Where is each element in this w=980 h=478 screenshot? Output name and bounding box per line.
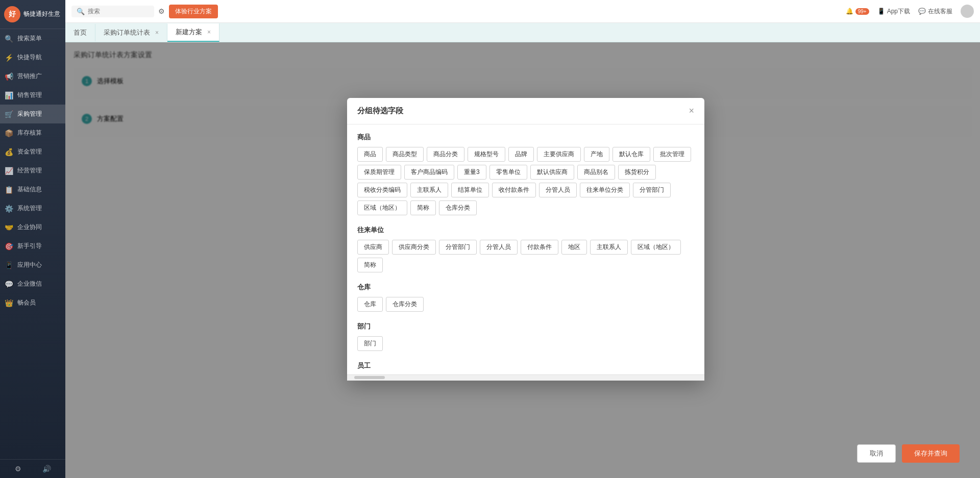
cancel-button[interactable]: 取消	[857, 444, 896, 463]
field-counterpart-category[interactable]: 往来单位分类	[580, 183, 630, 197]
field-product-category[interactable]: 商品分类	[427, 147, 464, 162]
field-region2[interactable]: 区域（地区）	[631, 240, 681, 255]
guide-icon: 🎯	[4, 242, 13, 250]
logo-icon: 好	[4, 6, 20, 22]
phone-icon: 📱	[877, 8, 885, 15]
field-manage-dept2[interactable]: 分管部门	[439, 240, 477, 255]
field-batch-manage[interactable]: 批次管理	[653, 147, 691, 162]
sidebar-item-purchase[interactable]: 🛒 采购管理	[0, 105, 65, 123]
purchase-icon: 🛒	[4, 110, 13, 118]
online-service-label: 在线客服	[928, 7, 952, 16]
search-input[interactable]	[88, 8, 149, 15]
system-icon: ⚙️	[4, 205, 13, 213]
field-quality-manage[interactable]: 保质期管理	[357, 165, 401, 180]
field-supplier[interactable]: 供应商	[357, 240, 389, 255]
section-warehouse-title: 仓库	[357, 283, 694, 292]
volume-icon[interactable]: 🔊	[42, 465, 51, 473]
field-spec-model[interactable]: 规格型号	[468, 147, 505, 162]
section-employee: 员工 业务员	[357, 361, 694, 374]
tab-purchase-stats-label: 采购订单统计表	[104, 28, 150, 37]
sidebar-item-operation[interactable]: 📈 经营管理	[0, 161, 65, 180]
member-icon: 👑	[4, 299, 13, 307]
logo-text: 畅捷通好生意	[23, 10, 60, 18]
field-product-type[interactable]: 商品类型	[386, 147, 424, 162]
modal-header: 分组待选字段 ×	[347, 98, 704, 124]
field-warehouse-category[interactable]: 仓库分类	[439, 200, 477, 215]
enterprise-icon: 🤝	[4, 223, 13, 232]
sidebar-item-system[interactable]: ⚙️ 系统管理	[0, 199, 65, 218]
sidebar-logo: 好 畅捷通好生意	[0, 0, 65, 29]
field-manage-dept[interactable]: 分管部门	[633, 183, 671, 197]
header-right: 🔔 99+ 📱 App下载 💬 在线客服	[846, 5, 974, 18]
section-counterpart: 往来单位 供应商 供应商分类 分管部门 分管人员 付款条件 地区 主联系人 区域…	[357, 225, 694, 272]
sidebar: 好 畅捷通好生意 🔍 搜索菜单 ⚡ 快捷导航 📢 营销推广 📊 销售管理 🛒 采…	[0, 0, 65, 478]
operation-icon: 📈	[4, 167, 13, 175]
field-product[interactable]: 商品	[357, 147, 383, 162]
confirm-button[interactable]: 保存并查询	[902, 444, 960, 463]
field-brand[interactable]: 品牌	[508, 147, 534, 162]
gear-icon[interactable]: ⚙	[15, 465, 21, 473]
header-search[interactable]: 🔍	[71, 6, 154, 17]
experience-btn[interactable]: 体验行业方案	[169, 5, 218, 18]
field-warehouse-cat[interactable]: 仓库分类	[386, 297, 424, 312]
sidebar-item-quick-nav[interactable]: ⚡ 快捷导航	[0, 48, 65, 67]
modal-title: 分组待选字段	[357, 106, 403, 116]
notification-item[interactable]: 🔔 99+	[846, 8, 869, 15]
hscroll-thumb	[354, 376, 385, 379]
dept-fields: 部门	[357, 336, 694, 351]
app-download-item[interactable]: 📱 App下载	[877, 7, 910, 16]
modal-scroll-area[interactable]: 商品 商品 商品类型 商品分类 规格型号 品牌 主要供应商 产地 默认仓库 批次…	[347, 124, 704, 374]
sidebar-item-app-center[interactable]: 📱 应用中心	[0, 256, 65, 274]
field-warehouse[interactable]: 仓库	[357, 297, 383, 312]
sidebar-item-finance[interactable]: 💰 资金管理	[0, 142, 65, 161]
sidebar-item-marketing[interactable]: 📢 营销推广	[0, 67, 65, 86]
tab-new-plan-close-icon[interactable]: ×	[207, 29, 211, 36]
field-main-contact2[interactable]: 主联系人	[590, 240, 628, 255]
tab-new-plan[interactable]: 新建方案 ×	[167, 23, 219, 42]
field-product-alias[interactable]: 商品别名	[577, 165, 615, 180]
field-default-supplier[interactable]: 默认供应商	[530, 165, 574, 180]
sidebar-item-member[interactable]: 👑 畅会员	[0, 293, 65, 312]
field-pay-terms[interactable]: 收付款条件	[492, 183, 536, 197]
field-short-name-product[interactable]: 简称	[410, 200, 436, 215]
sidebar-item-sales[interactable]: 📊 销售管理	[0, 86, 65, 105]
online-service-item[interactable]: 💬 在线客服	[918, 7, 952, 16]
field-dept[interactable]: 部门	[357, 336, 383, 351]
sidebar-item-enterprise[interactable]: 🤝 企业协同	[0, 218, 65, 237]
field-manager[interactable]: 分管人员	[539, 183, 577, 197]
field-tax-code[interactable]: 税收分类编码	[357, 183, 407, 197]
tab-home[interactable]: 首页	[65, 24, 95, 41]
field-customer-code[interactable]: 客户商品编码	[404, 165, 454, 180]
field-main-supplier[interactable]: 主要供应商	[537, 147, 581, 162]
field-origin[interactable]: 产地	[584, 147, 609, 162]
field-short-name2[interactable]: 简称	[357, 258, 383, 272]
warehouse-fields: 仓库 仓库分类	[357, 297, 694, 312]
field-default-warehouse[interactable]: 默认仓库	[612, 147, 650, 162]
tab-purchase-close-icon[interactable]: ×	[155, 29, 159, 36]
sidebar-item-wechat[interactable]: 💬 企业微信	[0, 274, 65, 293]
field-area[interactable]: 地区	[561, 240, 587, 255]
avatar[interactable]	[961, 5, 974, 18]
sidebar-item-basic[interactable]: 📋 基础信息	[0, 180, 65, 199]
field-retail-unit[interactable]: 零售单位	[489, 165, 527, 180]
header: 🔍 ⚙ 体验行业方案 🔔 99+ 📱 App下载 💬 在线客服	[65, 0, 980, 23]
sales-icon: 📊	[4, 91, 13, 99]
field-main-contact[interactable]: 主联系人	[410, 183, 448, 197]
sidebar-bottom: ⚙ 🔊	[0, 459, 65, 478]
sidebar-item-guide[interactable]: 🎯 新手引导	[0, 237, 65, 256]
modal-hscroll[interactable]	[347, 374, 704, 381]
modal-close-button[interactable]: ×	[689, 106, 694, 115]
field-settle-unit[interactable]: 结算单位	[451, 183, 489, 197]
section-counterpart-title: 往来单位	[357, 225, 694, 235]
field-pay-condition[interactable]: 付款条件	[521, 240, 558, 255]
field-region-product[interactable]: 区域（地区）	[357, 200, 407, 215]
inventory-icon: 📦	[4, 129, 13, 137]
tab-purchase-stats[interactable]: 采购订单统计表 ×	[95, 24, 167, 41]
field-supplier-category[interactable]: 供应商分类	[392, 240, 436, 255]
field-weight3[interactable]: 重量3	[457, 165, 486, 180]
sidebar-item-inventory[interactable]: 📦 库存核算	[0, 123, 65, 142]
settings-icon[interactable]: ⚙	[158, 7, 165, 15]
field-manage-person2[interactable]: 分管人员	[480, 240, 518, 255]
field-pick-points[interactable]: 拣货积分	[618, 165, 656, 180]
sidebar-item-search[interactable]: 🔍 搜索菜单	[0, 29, 65, 48]
